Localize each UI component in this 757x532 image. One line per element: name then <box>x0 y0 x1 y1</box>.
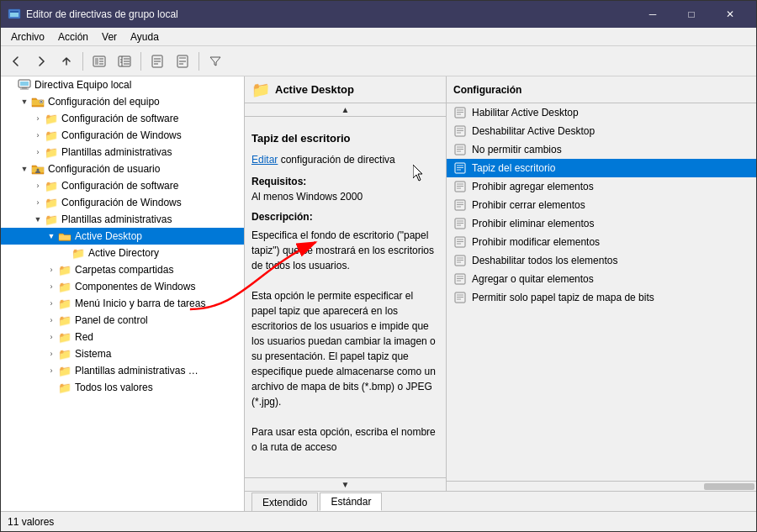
minimize-button[interactable]: ─ <box>633 1 672 28</box>
expand-usuario[interactable]: ▼ <box>18 162 31 176</box>
forward-button[interactable] <box>29 50 53 73</box>
config-item-icon-6 <box>453 217 467 230</box>
expand-panel[interactable]: › <box>45 313 58 327</box>
folder-open-icon-activedesktop <box>58 229 71 243</box>
edit-link-text[interactable]: Editar <box>251 154 278 166</box>
policy-btn2[interactable] <box>171 50 194 73</box>
tree-label-red: Red <box>75 331 93 343</box>
config-item-1[interactable]: Deshabilitar Active Desktop <box>447 122 756 140</box>
config-item-7[interactable]: Prohibir modificar elementos <box>447 233 756 251</box>
expand-software1[interactable]: › <box>31 112 45 125</box>
toolbar-separator-1 <box>82 52 83 71</box>
tree-item-panel[interactable]: › 📁 Panel de control <box>1 312 244 329</box>
config-item-10[interactable]: Permitir solo papel tapiz de mapa de bit… <box>447 288 756 307</box>
policy-btn[interactable] <box>146 50 169 73</box>
config-item-0[interactable]: Habilitar Active Desktop <box>447 103 756 122</box>
show-hide-btn2[interactable] <box>113 50 136 73</box>
status-text: 11 valores <box>8 516 54 528</box>
tree-item-activedirectory[interactable]: 📁 Active Directory <box>1 245 244 261</box>
svg-rect-34 <box>455 126 465 136</box>
tree-item-windows2[interactable]: › 📁 Configuración de Windows <box>1 194 244 211</box>
tree-item-sistema[interactable]: › 📁 Sistema <box>1 345 244 362</box>
tree-item-activedesktop[interactable]: ▼ Active Desktop <box>1 228 244 245</box>
config-item-4[interactable]: Prohibir agregar elementos <box>447 177 756 196</box>
tree-item-admin2[interactable]: ▼ 📁 Plantillas administrativas <box>1 211 244 228</box>
expand-equipo[interactable]: ▼ <box>18 95 31 108</box>
tree-item-todos[interactable]: 📁 Todos los valores <box>1 379 244 396</box>
tab-extendido[interactable]: Extendido <box>251 492 318 511</box>
expand-activedirectory[interactable] <box>58 246 71 260</box>
tree-label-sistema: Sistema <box>75 348 111 360</box>
tree-item-equipo[interactable]: ▼ Configuración del equipo <box>1 93 244 110</box>
folder-icon-admin1: 📁 <box>45 145 58 159</box>
back-button[interactable] <box>4 50 28 73</box>
main-area: Directiva Equipo local ▼ Configuración d… <box>1 76 756 511</box>
close-button[interactable]: ✕ <box>711 1 749 28</box>
config-item-icon-0 <box>453 106 467 119</box>
folder-icon-equipo <box>31 95 45 108</box>
svg-rect-38 <box>455 145 465 155</box>
config-item-3[interactable]: Tapiz del escritorio <box>447 159 756 177</box>
expand-activedesktop[interactable]: ▼ <box>45 229 58 243</box>
scroll-down-arrow[interactable]: ▼ <box>245 477 446 491</box>
config-item-label-7: Prohibir modificar elementos <box>472 236 600 248</box>
title-bar: Editor de directivas de grupo local ─ □ … <box>1 1 756 28</box>
folder-icon-todos: 📁 <box>58 381 71 394</box>
config-item-2[interactable]: No permitir cambios <box>447 140 756 159</box>
expand-windows1[interactable]: › <box>31 129 45 142</box>
svg-rect-30 <box>455 108 465 118</box>
expand-carpetas[interactable]: › <box>45 263 58 277</box>
expand-sistema[interactable]: › <box>45 347 58 361</box>
config-item-label-10: Permitir solo papel tapiz de mapa de bit… <box>472 292 654 303</box>
tree-item-admin1[interactable]: › 📁 Plantillas administrativas <box>1 144 244 161</box>
config-item-icon-2 <box>453 143 467 156</box>
expand-software2[interactable]: › <box>31 179 45 192</box>
show-hide-btn1[interactable] <box>87 50 111 73</box>
menu-archivo[interactable]: Archivo <box>4 29 51 45</box>
window: Editor de directivas de grupo local ─ □ … <box>0 0 757 532</box>
h-scrollbar[interactable] <box>447 481 756 491</box>
expand-clasicas[interactable]: › <box>45 364 58 377</box>
config-item-8[interactable]: Deshabilitar todos los elementos <box>447 251 756 270</box>
tree-item-software1[interactable]: › 📁 Configuración de software <box>1 110 244 127</box>
tree-label-software1: Configuración de software <box>61 113 178 124</box>
tree-item-software2[interactable]: › 📁 Configuración de software <box>1 177 244 194</box>
tree-item-carpetas[interactable]: › 📁 Carpetas compartidas <box>1 261 244 278</box>
tab-estandar[interactable]: Estándar <box>320 492 382 511</box>
menu-accion[interactable]: Acción <box>51 29 95 45</box>
status-bar: 11 valores <box>1 511 756 531</box>
tree-item-clasicas[interactable]: › 📁 Plantillas administrativas clási… <box>1 362 244 379</box>
maximize-button[interactable]: □ <box>672 1 711 28</box>
up-button[interactable] <box>55 50 78 73</box>
tree-item-componentes[interactable]: › 📁 Componentes de Windows <box>1 278 244 295</box>
tree-item-red[interactable]: › 📁 Red <box>1 329 244 345</box>
tree-item-menu[interactable]: › 📁 Menú Inicio y barra de tareas <box>1 295 244 312</box>
expand-red[interactable]: › <box>45 330 58 344</box>
menu-ayuda[interactable]: Ayuda <box>124 29 166 45</box>
config-item-label-3: Tapiz del escritorio <box>472 162 555 174</box>
expand-admin1[interactable]: › <box>31 145 45 159</box>
config-item-6[interactable]: Prohibir eliminar elementos <box>447 214 756 233</box>
expand-componentes[interactable]: › <box>45 280 58 293</box>
config-item-5[interactable]: Prohibir cerrar elementos <box>447 196 756 214</box>
expand-root[interactable] <box>4 78 18 92</box>
expand-admin2[interactable]: ▼ <box>31 213 45 226</box>
config-item-9[interactable]: Agregar o quitar elementos <box>447 270 756 288</box>
config-item-label-4: Prohibir agregar elementos <box>472 181 594 192</box>
tree-item-root[interactable]: Directiva Equipo local <box>1 76 244 93</box>
detail-section-title: Tapiz del escritorio <box>251 130 439 147</box>
config-item-icon-5 <box>453 198 467 212</box>
expand-menu[interactable]: › <box>45 297 58 310</box>
tree-item-windows1[interactable]: › 📁 Configuración de Windows <box>1 127 244 144</box>
menu-ver[interactable]: Ver <box>95 29 124 45</box>
expand-windows2[interactable]: › <box>31 196 45 209</box>
tree-label-admin1: Plantillas administrativas <box>61 146 172 158</box>
tree-item-usuario[interactable]: ▼ Configuración de usuario <box>1 161 244 177</box>
config-item-icon-7 <box>453 235 467 249</box>
svg-rect-42 <box>455 163 465 173</box>
scroll-up-arrow[interactable]: ▲ <box>245 103 446 117</box>
folder-icon-admin2: 📁 <box>45 213 58 226</box>
tree-label-windows1: Configuración de Windows <box>61 129 182 141</box>
expand-todos[interactable] <box>45 381 58 394</box>
filter-btn[interactable] <box>204 50 227 73</box>
